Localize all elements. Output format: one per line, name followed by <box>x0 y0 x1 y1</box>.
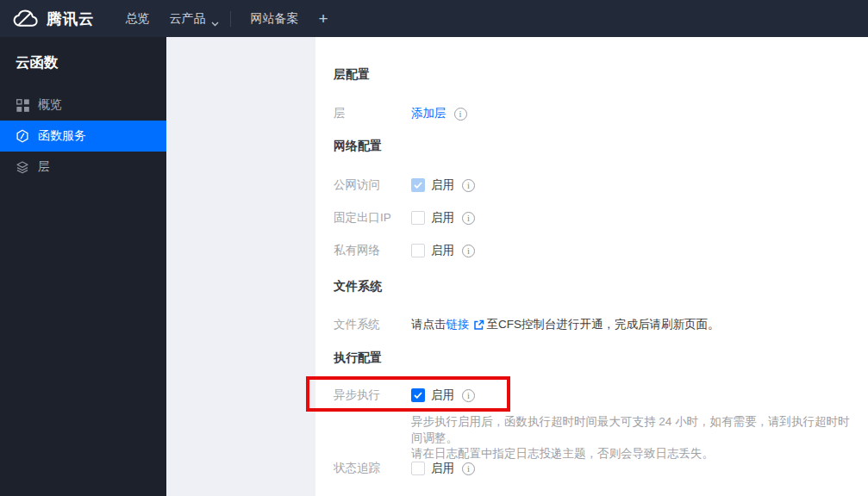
field-label-vpc: 私有网络 <box>334 243 411 258</box>
help-line-1: 异步执行启用后，函数执行超时时间最大可支持 24 小时，如有需要，请到执行超时时… <box>411 414 859 446</box>
topnav-divider <box>230 11 231 27</box>
sidebar-item-function-service[interactable]: 函数服务 <box>0 121 166 152</box>
async-execution-checkbox[interactable] <box>411 388 425 402</box>
topbar: 腾讯云 总览 云产品 网站备案 + <box>0 0 868 37</box>
enable-label: 启用 <box>431 243 454 258</box>
info-icon[interactable]: i <box>454 108 467 121</box>
field-label-filesystem: 文件系统 <box>334 317 411 332</box>
field-label-public-access: 公网访问 <box>334 177 411 193</box>
public-access-checkbox[interactable] <box>411 178 425 192</box>
filesystem-hint-before: 请点击 <box>411 317 446 332</box>
topnav-add-button[interactable]: + <box>319 9 328 28</box>
fixed-egress-ip-checkbox[interactable] <box>411 211 425 225</box>
cfs-console-link[interactable]: 链接 <box>446 317 470 332</box>
sidebar-title: 云函数 <box>0 37 166 72</box>
row-vpc: 私有网络 启用 i <box>334 242 475 259</box>
sidebar: 云函数 概览 函数服务 <box>0 37 166 496</box>
tencent-cloud-brand[interactable]: 腾讯云 <box>12 9 95 29</box>
filesystem-hint-after: 至CFS控制台进行开通，完成后请刷新页面。 <box>487 317 720 332</box>
sidebar-item-overview[interactable]: 概览 <box>0 90 166 121</box>
section-heading-execution-config: 执行配置 <box>334 350 382 366</box>
help-line-2: 请在日志配置中指定日志投递主题，否则会导致日志丢失。 <box>411 446 859 462</box>
section-heading-layer-config: 层配置 <box>334 67 370 83</box>
enable-label: 启用 <box>431 210 454 226</box>
chevron-down-icon <box>211 16 218 22</box>
topnav-cloud-products[interactable]: 云产品 <box>170 11 218 27</box>
sidebar-nav: 概览 函数服务 层 <box>0 90 166 183</box>
filesystem-hint: 请点击链接至CFS控制台进行开通，完成后请刷新页面。 <box>411 317 720 332</box>
field-label-fixed-egress-ip: 固定出口IP <box>334 210 411 226</box>
sidebar-item-label: 层 <box>38 159 50 175</box>
enable-label: 启用 <box>431 388 454 403</box>
info-icon[interactable]: i <box>462 462 475 475</box>
field-label-status-tracking: 状态追踪 <box>334 461 411 476</box>
section-heading-filesystem: 文件系统 <box>334 279 382 294</box>
sidebar-item-layers[interactable]: 层 <box>0 152 166 183</box>
row-status-tracking: 状态追踪 启用 i <box>334 460 475 477</box>
sidebar-item-label: 概览 <box>38 97 62 113</box>
section-heading-network-config: 网络配置 <box>334 139 382 154</box>
row-fixed-egress-ip: 固定出口IP 启用 i <box>334 209 475 226</box>
status-tracking-checkbox[interactable] <box>411 462 425 475</box>
vpc-checkbox[interactable] <box>411 244 425 257</box>
topnav-overview[interactable]: 总览 <box>126 11 150 27</box>
info-icon[interactable]: i <box>462 212 475 225</box>
field-label-layer: 层 <box>334 106 411 121</box>
topnav-website-beian[interactable]: 网站备案 <box>251 11 299 27</box>
function-hexagon-icon <box>16 129 29 143</box>
info-icon[interactable]: i <box>462 179 475 192</box>
sidebar-item-label: 函数服务 <box>38 128 86 144</box>
enable-label: 启用 <box>431 461 454 476</box>
info-icon[interactable]: i <box>462 389 475 402</box>
row-async-execution: 异步执行 启用 i <box>334 387 475 404</box>
tencent-cloud-logo-icon <box>12 9 39 28</box>
info-icon[interactable]: i <box>462 245 475 257</box>
enable-label: 启用 <box>431 177 454 193</box>
external-link-icon <box>473 319 484 331</box>
layers-icon <box>16 160 29 174</box>
add-layer-link[interactable]: 添加层 <box>411 106 446 121</box>
row-public-access: 公网访问 启用 i <box>334 177 475 194</box>
row-layer: 层 添加层 i <box>334 105 467 122</box>
brand-name: 腾讯云 <box>47 9 95 29</box>
row-filesystem: 文件系统 请点击链接至CFS控制台进行开通，完成后请刷新页面。 <box>334 316 720 333</box>
field-label-async-execution: 异步执行 <box>334 388 411 403</box>
topnav-cloud-products-label: 云产品 <box>170 11 206 27</box>
async-execution-help-text: 异步执行启用后，函数执行超时时间最大可支持 24 小时，如有需要，请到执行超时时… <box>411 414 859 462</box>
grid-icon <box>16 98 29 112</box>
